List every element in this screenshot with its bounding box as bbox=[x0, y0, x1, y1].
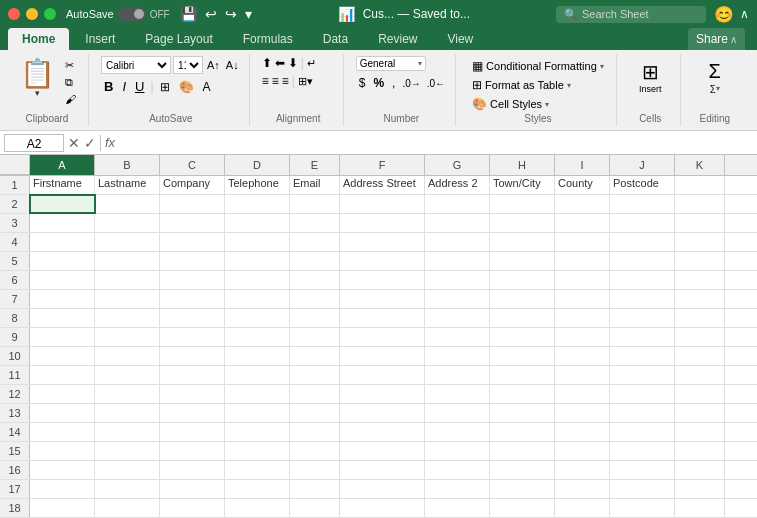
col-header-k[interactable]: K bbox=[675, 155, 725, 175]
collapse-ribbon-icon[interactable]: ∧ bbox=[740, 7, 749, 21]
cell-b1[interactable]: Lastname bbox=[95, 176, 160, 194]
font-family-select[interactable]: Calibri bbox=[101, 56, 171, 74]
cut-button[interactable]: ✂ bbox=[61, 58, 80, 73]
cell-d2[interactable] bbox=[225, 195, 290, 213]
minimize-button[interactable] bbox=[26, 8, 38, 20]
comma-button[interactable]: , bbox=[389, 75, 398, 91]
conditional-formatting-button[interactable]: ▦ Conditional Formatting ▾ bbox=[468, 58, 608, 74]
cell-a1[interactable]: Firstname bbox=[30, 176, 95, 194]
cell-i1[interactable]: County bbox=[555, 176, 610, 194]
confirm-formula-icon[interactable]: ✓ bbox=[84, 135, 96, 151]
cell-c1[interactable]: Company bbox=[160, 176, 225, 194]
cell-k2[interactable] bbox=[675, 195, 725, 213]
col-header-g[interactable]: G bbox=[425, 155, 490, 175]
row-header-8: 8 bbox=[0, 309, 30, 327]
undo-icon[interactable]: ↩ bbox=[205, 6, 217, 22]
cell-h2[interactable] bbox=[490, 195, 555, 213]
cell-c2[interactable] bbox=[160, 195, 225, 213]
cell-i2[interactable] bbox=[555, 195, 610, 213]
formula-input[interactable] bbox=[119, 136, 753, 150]
align-top-button[interactable]: ⬆ bbox=[262, 56, 272, 70]
redo-icon[interactable]: ↪ bbox=[225, 6, 237, 22]
col-header-d[interactable]: D bbox=[225, 155, 290, 175]
cell-a3[interactable] bbox=[30, 214, 95, 232]
currency-button[interactable]: $ bbox=[356, 75, 369, 91]
font-color-button[interactable]: A bbox=[200, 79, 214, 95]
maximize-button[interactable] bbox=[44, 8, 56, 20]
cell-g2[interactable] bbox=[425, 195, 490, 213]
row-header-7: 7 bbox=[0, 290, 30, 308]
fill-color-button[interactable]: 🎨 bbox=[176, 79, 197, 95]
user-icon[interactable]: 😊 bbox=[714, 5, 734, 24]
merge-button[interactable]: ⊞▾ bbox=[298, 75, 313, 88]
italic-button[interactable]: I bbox=[119, 78, 129, 95]
autosave-toggle[interactable] bbox=[118, 7, 146, 21]
search-bar[interactable]: 🔍 Search Sheet bbox=[556, 6, 706, 23]
close-button[interactable] bbox=[8, 8, 20, 20]
align-center-button[interactable]: ≡ bbox=[272, 74, 279, 88]
cell-d1[interactable]: Telephone bbox=[225, 176, 290, 194]
format-painter-button[interactable]: 🖌 bbox=[61, 92, 80, 106]
col-header-i[interactable]: I bbox=[555, 155, 610, 175]
cell-j2[interactable] bbox=[610, 195, 675, 213]
cell-f1[interactable]: Address Street bbox=[340, 176, 425, 194]
tab-home[interactable]: Home bbox=[8, 28, 69, 50]
col-header-a[interactable]: A bbox=[30, 155, 95, 175]
cell-j1[interactable]: Postcode bbox=[610, 176, 675, 194]
underline-button[interactable]: U bbox=[132, 78, 147, 95]
table-row: 15 bbox=[0, 442, 757, 461]
align-right-button[interactable]: ≡ bbox=[282, 74, 289, 88]
cell-styles-button[interactable]: 🎨 Cell Styles ▾ bbox=[468, 96, 608, 112]
tab-formulas[interactable]: Formulas bbox=[229, 28, 307, 50]
bold-button[interactable]: B bbox=[101, 78, 116, 95]
tab-insert[interactable]: Insert bbox=[71, 28, 129, 50]
cell-k1[interactable] bbox=[675, 176, 725, 194]
col-header-f[interactable]: F bbox=[340, 155, 425, 175]
table-row: 10 bbox=[0, 347, 757, 366]
cancel-formula-icon[interactable]: ✕ bbox=[68, 135, 80, 151]
col-header-b[interactable]: B bbox=[95, 155, 160, 175]
tab-view[interactable]: View bbox=[433, 28, 487, 50]
copy-button[interactable]: ⧉ bbox=[61, 75, 80, 90]
save-icon[interactable]: 💾 bbox=[180, 6, 197, 22]
tab-page-layout[interactable]: Page Layout bbox=[131, 28, 226, 50]
inc-decimal-button[interactable]: .0→ bbox=[400, 77, 422, 90]
align-middle-button[interactable]: ⬅ bbox=[275, 56, 285, 70]
col-header-h[interactable]: H bbox=[490, 155, 555, 175]
more-icon[interactable]: ▾ bbox=[245, 6, 252, 22]
autosum-button[interactable]: Σ ∑ ▾ bbox=[709, 60, 721, 93]
cell-e2[interactable] bbox=[290, 195, 340, 213]
align-left-button[interactable]: ≡ bbox=[262, 74, 269, 88]
tab-review[interactable]: Review bbox=[364, 28, 431, 50]
row-header-2: 2 bbox=[0, 195, 30, 213]
cell-a2[interactable] bbox=[30, 195, 95, 213]
name-box[interactable]: A2 bbox=[4, 134, 64, 152]
number-format-select[interactable]: General bbox=[360, 58, 418, 69]
title-area: 📊 Cus... — Saved to... bbox=[252, 6, 556, 22]
share-button[interactable]: Share ∧ bbox=[688, 28, 745, 50]
ribbon: 📋 ▾ ✂ ⧉ 🖌 Clipboard Calibri 11 bbox=[0, 50, 757, 131]
cell-b2[interactable] bbox=[95, 195, 160, 213]
col-header-c[interactable]: C bbox=[160, 155, 225, 175]
align-bottom-button[interactable]: ⬇ bbox=[288, 56, 298, 70]
font-size-select[interactable]: 11 bbox=[173, 56, 203, 74]
cell-f2[interactable] bbox=[340, 195, 425, 213]
percent-button[interactable]: % bbox=[370, 75, 387, 91]
format-as-table-button[interactable]: ⊞ Format as Table ▾ bbox=[468, 77, 608, 93]
search-placeholder: Search Sheet bbox=[582, 8, 649, 20]
inc-font-button[interactable]: A↑ bbox=[205, 58, 222, 72]
cell-e1[interactable]: Email bbox=[290, 176, 340, 194]
insert-cells-button[interactable]: ⊞ Insert bbox=[639, 60, 662, 94]
paste-button[interactable]: 📋 ▾ bbox=[14, 56, 61, 102]
dec-decimal-button[interactable]: .0← bbox=[425, 77, 447, 90]
cell-h1[interactable]: Town/City bbox=[490, 176, 555, 194]
cell-g1[interactable]: Address 2 bbox=[425, 176, 490, 194]
border-button[interactable]: ⊞ bbox=[157, 79, 173, 95]
tab-data[interactable]: Data bbox=[309, 28, 362, 50]
col-header-j[interactable]: J bbox=[610, 155, 675, 175]
column-headers: A B C D E F G H I J K bbox=[0, 155, 757, 176]
dec-font-button[interactable]: A↓ bbox=[224, 58, 241, 72]
col-header-e[interactable]: E bbox=[290, 155, 340, 175]
wrap-text-button[interactable]: ↵ bbox=[307, 57, 316, 70]
paste-dropdown[interactable]: ▾ bbox=[35, 88, 40, 98]
